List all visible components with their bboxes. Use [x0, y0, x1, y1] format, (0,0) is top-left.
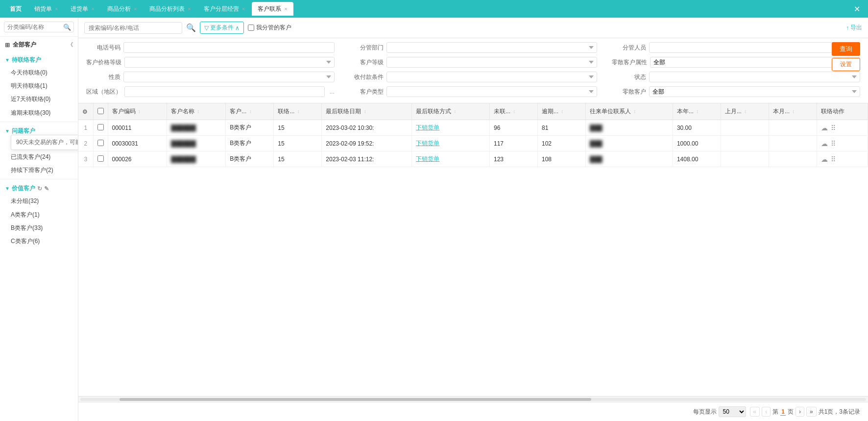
sort-contact-icon[interactable]: ↕	[297, 109, 300, 114]
filter-person-input[interactable]	[649, 42, 850, 53]
scrollbar-thumb[interactable]	[120, 398, 591, 401]
tab-sales[interactable]: 销货单 ×	[28, 2, 64, 16]
row-name: ██████	[167, 120, 225, 136]
more-filter-button[interactable]: ▽ 更多条件 ∧	[200, 22, 244, 34]
filter-price-level-select[interactable]	[124, 57, 335, 68]
sidebar-section-pending[interactable]: ▼ 待联络客户	[0, 53, 78, 66]
filter-customer-level-select[interactable]	[386, 57, 598, 68]
sort-date-icon[interactable]: ↕	[364, 109, 366, 114]
method-link[interactable]: 下销货单	[416, 155, 439, 162]
sort-year-icon[interactable]: ↕	[696, 109, 699, 114]
per-page-select[interactable]: 50	[719, 406, 746, 417]
action-chat-icon[interactable]: ☁	[821, 140, 828, 148]
action-more-icon[interactable]: ⠿	[831, 124, 836, 132]
tab-customer-layer-close[interactable]: ×	[242, 6, 245, 12]
row-checkbox-cell[interactable]	[93, 151, 108, 167]
row-last-method[interactable]: 下销货单	[412, 120, 490, 136]
sidebar-item-ungrouped[interactable]: 未分组(32)	[0, 195, 78, 208]
sort-nocontact-icon[interactable]: ↕	[513, 109, 515, 114]
row-checkbox[interactable]	[97, 124, 104, 130]
filter-customer-level-label: 客户等级	[349, 58, 384, 67]
method-link[interactable]: 下销货单	[416, 124, 439, 131]
sort-unit-icon[interactable]: ↕	[633, 109, 636, 114]
value-edit-icon[interactable]: ✎	[44, 185, 49, 192]
my-customer-checkbox[interactable]	[248, 25, 254, 31]
row-last-method[interactable]: 下销货单	[412, 151, 490, 167]
sort-overdue-icon[interactable]: ↕	[561, 109, 563, 114]
filter-zero-attr-select[interactable]: 全部	[650, 57, 860, 68]
prev-page-button[interactable]: ‹	[762, 407, 771, 417]
sidebar-item-b-class[interactable]: B类客户(33)	[0, 222, 78, 235]
my-customer-checkbox-label[interactable]: 我分管的客户	[248, 24, 291, 32]
value-refresh-icon[interactable]: ↻	[37, 185, 42, 192]
filter-phone-input[interactable]	[123, 42, 335, 53]
row-checkbox-cell[interactable]	[93, 136, 108, 151]
filter-dept-select[interactable]	[386, 42, 598, 53]
th-checkbox[interactable]	[93, 103, 108, 120]
last-page-button[interactable]: »	[806, 407, 817, 417]
action-more-icon[interactable]: ⠿	[831, 155, 836, 163]
row-this-month	[769, 120, 817, 136]
tab-customer-contact[interactable]: 客户联系 ×	[252, 2, 293, 16]
tab-purchase-label: 进货单	[71, 5, 88, 13]
filter-region-input[interactable]	[124, 86, 325, 97]
tab-goods-analysis-close[interactable]: ×	[134, 6, 137, 12]
tab-home[interactable]: 首页	[4, 2, 27, 16]
first-page-button[interactable]: «	[750, 407, 760, 417]
method-link[interactable]: 下销货单	[416, 140, 439, 147]
main-search-input[interactable]	[84, 22, 182, 34]
sidebar-section-pending-label: 待联络客户	[12, 56, 41, 64]
action-more-icon[interactable]: ⠿	[831, 140, 836, 148]
footer: 每页显示 50 « ‹ 第 1 页 › » 共1页，3条记录	[78, 402, 868, 421]
filter-customer-type-select[interactable]	[386, 86, 598, 97]
next-page-button[interactable]: ›	[796, 407, 804, 417]
filter-region-ellipsis[interactable]: ...	[330, 88, 335, 95]
filter-nature-select[interactable]	[123, 72, 335, 82]
sidebar-item-c-class[interactable]: C类客户(6)	[0, 235, 78, 248]
sort-lastmonth-icon[interactable]: ↕	[744, 109, 747, 114]
action-chat-icon[interactable]: ☁	[821, 124, 828, 132]
sidebar-item-churned[interactable]: 已流失客户(24)	[0, 150, 78, 164]
horizontal-scrollbar[interactable]	[78, 396, 868, 402]
sidebar-item-today[interactable]: 今天待联络(0)	[0, 66, 78, 79]
tab-goods-analysis[interactable]: 商品分析 ×	[101, 2, 143, 16]
table-row: 3 000026 ██████ B类客户 15 2023-02-03 11:12…	[78, 151, 868, 167]
sort-thismonth-icon[interactable]: ↕	[792, 109, 795, 114]
sidebar-collapse-icon[interactable]: 《	[68, 41, 73, 49]
tab-customer-contact-close[interactable]: ×	[284, 6, 287, 12]
action-chat-icon[interactable]: ☁	[821, 155, 828, 163]
close-window-icon[interactable]: ✕	[850, 4, 864, 14]
th-settings[interactable]: ⚙	[78, 103, 93, 120]
tab-purchase[interactable]: 进货单 ×	[65, 2, 100, 16]
sort-method-icon[interactable]: ↕	[454, 109, 457, 114]
row-checkbox[interactable]	[97, 155, 104, 162]
sidebar-item-a-class[interactable]: A类客户(1)	[0, 208, 78, 222]
main-search-icon[interactable]: 🔍	[186, 23, 196, 32]
tab-purchase-close[interactable]: ×	[91, 6, 94, 12]
tab-goods-list[interactable]: 商品分析列表 ×	[144, 2, 196, 16]
select-all-checkbox[interactable]	[97, 108, 104, 114]
sort-level-icon[interactable]: ↕	[249, 109, 252, 114]
export-button[interactable]: ↑ 导出	[846, 24, 862, 32]
tab-customer-layer[interactable]: 客户分层经营 ×	[198, 2, 251, 16]
sidebar-item-declining[interactable]: 持续下滑客户(2)	[0, 164, 78, 177]
sidebar-section-problem-label: 问题客户	[12, 127, 35, 135]
settings-button[interactable]: 设置	[832, 58, 860, 71]
row-checkbox[interactable]	[97, 140, 104, 146]
sidebar-item-tomorrow[interactable]: 明天待联络(1)	[0, 79, 78, 93]
sidebar-section-value[interactable]: ▼ 价值客户 ↻ ✎	[0, 181, 78, 195]
tab-sales-close[interactable]: ×	[55, 6, 58, 12]
sort-name-icon[interactable]: ↕	[197, 109, 199, 114]
sidebar-all-customers[interactable]: ⊞ 全部客户 《	[0, 37, 78, 53]
filter-status-select[interactable]	[649, 72, 860, 82]
row-last-month	[721, 136, 769, 151]
sidebar-item-7days[interactable]: 近7天待联络(0)	[0, 93, 78, 106]
sidebar-item-overdue[interactable]: 逾期未联络(30)	[0, 106, 78, 120]
row-checkbox-cell[interactable]	[93, 120, 108, 136]
row-last-method[interactable]: 下销货单	[412, 136, 490, 151]
filter-zero-customer-select[interactable]: 全部	[649, 86, 860, 97]
query-button[interactable]: 查询	[832, 42, 860, 56]
sort-code-icon[interactable]: ↕	[138, 109, 141, 114]
filter-payment-select[interactable]	[386, 72, 598, 82]
tab-goods-list-close[interactable]: ×	[188, 6, 191, 12]
